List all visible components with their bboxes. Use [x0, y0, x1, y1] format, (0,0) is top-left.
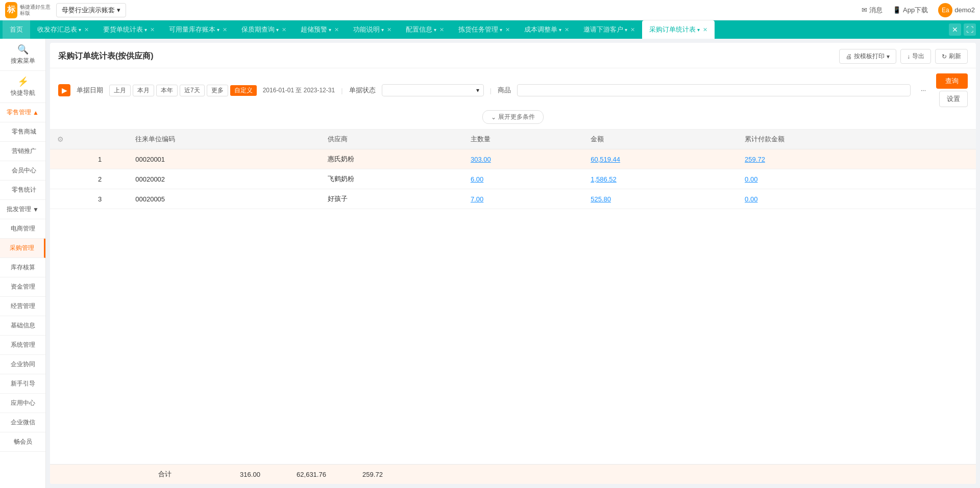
- query-button[interactable]: 查询: [936, 73, 968, 89]
- goods-label: 商品: [498, 86, 511, 95]
- app-download-btn[interactable]: 📱 App下载: [893, 6, 928, 15]
- tab-arrow: ▾: [144, 27, 147, 33]
- row-qty-cell[interactable]: 6.00: [464, 169, 584, 189]
- sidebar-item-inventory[interactable]: 库存核算: [0, 258, 45, 277]
- tab-pick-task[interactable]: 拣货任务管理 ▾ ✕: [451, 20, 517, 39]
- col-amount: 金额: [584, 130, 739, 149]
- sidebar: 🔍 搜索菜单 ⚡ 快捷导航 零售管理 ▲ 零售商城 营销推广 会员中心 零售统计…: [0, 39, 46, 488]
- tab-order-summary[interactable]: 要货单统计表 ▾ ✕: [96, 20, 162, 39]
- sidebar-item-system[interactable]: 系统管理: [0, 336, 45, 355]
- sidebar-item-operations[interactable]: 经营管理: [0, 297, 45, 316]
- sidebar-item-enterprise-wechat[interactable]: 企业微信: [0, 413, 45, 432]
- messages-btn[interactable]: ✉ 消息: [862, 6, 883, 15]
- row-amount-cell[interactable]: 60,519.44: [584, 149, 739, 169]
- date-this-month-btn[interactable]: 本月: [133, 85, 154, 96]
- close-icon[interactable]: ✕: [703, 27, 707, 33]
- close-icon[interactable]: ✕: [223, 27, 227, 33]
- sidebar-item-marketing[interactable]: 营销推广: [0, 142, 45, 161]
- tab-receive-summary[interactable]: 收发存汇总表 ▾ ✕: [30, 20, 96, 39]
- filter-area: ▶ 单据日期 上月 本月 本年 近7天 更多 自定义 2016-01-01 至 …: [50, 68, 976, 130]
- user-menu[interactable]: Ea demo2: [938, 3, 975, 17]
- messages-label: 消息: [869, 6, 883, 15]
- date-last-month-btn[interactable]: 上月: [109, 85, 131, 96]
- gear-icon[interactable]: ⚙: [57, 135, 64, 143]
- sidebar-label: 零售商城: [5, 127, 43, 136]
- tab-label: 超储预警: [301, 25, 327, 34]
- sidebar-item-wholesale[interactable]: 批发管理 ▼: [0, 200, 45, 219]
- sidebar-item-retail-mall[interactable]: 零售商城: [0, 122, 45, 142]
- row-qty-cell[interactable]: 7.00: [464, 189, 584, 209]
- sidebar-item-member[interactable]: 会员中心: [0, 161, 45, 181]
- tab-config-info[interactable]: 配置信息 ▾ ✕: [399, 20, 451, 39]
- row-qty-cell[interactable]: 303.00: [464, 149, 584, 169]
- sidebar-item-basic-info[interactable]: 基础信息: [0, 316, 45, 336]
- table-row: 3 00020005 好孩子 7.00 525.80 0.00: [50, 189, 976, 209]
- tab-purchase-summary[interactable]: 采购订单统计表 ▾ ✕: [642, 20, 715, 39]
- close-icon[interactable]: ✕: [150, 27, 155, 33]
- sidebar-item-new-guide[interactable]: 新手引导: [0, 374, 45, 394]
- row-paid-amount-cell[interactable]: 0.00: [739, 189, 930, 209]
- goods-input[interactable]: [517, 84, 911, 96]
- sidebar-item-search[interactable]: 🔍 搜索菜单: [0, 39, 45, 71]
- tab-invite-downstream[interactable]: 邀请下游客户 ▾ ✕: [576, 20, 642, 39]
- sidebar-item-retail-stat[interactable]: 零售统计: [0, 181, 45, 200]
- tab-arrow: ▾: [697, 27, 700, 33]
- expand-more-btn[interactable]: ⌄ 展开更多条件: [482, 110, 544, 124]
- table-row: 2 00020002 飞鹤奶粉 6.00 1,586.52 0.00: [50, 169, 976, 189]
- tab-function-desc[interactable]: 功能说明 ▾ ✕: [346, 20, 399, 39]
- goods-more-btn[interactable]: ···: [917, 85, 930, 95]
- tab-usable-stock[interactable]: 可用量库存账本 ▾ ✕: [162, 20, 234, 39]
- fullscreen-btn[interactable]: ⛶: [964, 23, 976, 36]
- close-all-tabs-btn[interactable]: ✕: [949, 23, 961, 36]
- sidebar-label: 电商管理: [3, 224, 43, 233]
- sidebar-item-finance[interactable]: 资金管理: [0, 277, 45, 297]
- sidebar-item-purchase[interactable]: 采购管理: [0, 239, 45, 258]
- tab-overstock[interactable]: 超储预警 ▾ ✕: [293, 20, 346, 39]
- refresh-button[interactable]: ↻ 刷新: [935, 49, 968, 64]
- sidebar-item-enterprise-collab[interactable]: 企业协同: [0, 355, 45, 374]
- close-icon[interactable]: ✕: [505, 27, 510, 33]
- workspace-selector[interactable]: 母婴行业演示账套 ▾: [56, 3, 126, 17]
- col-supplier-code: 往来单位编码: [129, 130, 321, 149]
- date-7days-btn[interactable]: 近7天: [180, 85, 205, 96]
- sidebar-item-retail[interactable]: 零售管理 ▲: [0, 103, 45, 122]
- chevron-down-icon: ▾: [887, 53, 890, 60]
- close-icon[interactable]: ✕: [84, 27, 89, 33]
- status-select[interactable]: ▾: [382, 84, 484, 96]
- row-paid-amount-cell[interactable]: 0.00: [739, 169, 930, 189]
- tab-home[interactable]: 首页: [3, 20, 30, 39]
- close-icon[interactable]: ✕: [282, 27, 286, 33]
- settings-button[interactable]: 设置: [939, 91, 968, 107]
- date-this-year-btn[interactable]: 本年: [156, 85, 178, 96]
- sidebar-label: 快捷导航: [3, 89, 43, 97]
- row-paid-amount-cell[interactable]: 259.72: [739, 149, 930, 169]
- tab-quality-query[interactable]: 保质期查询 ▾ ✕: [234, 20, 293, 39]
- print-button[interactable]: 🖨 按模板打印 ▾: [839, 49, 896, 64]
- workspace-label: 母婴行业演示账套: [62, 6, 115, 15]
- logo-area: 标 畅捷通好生意 标版: [5, 2, 51, 18]
- expand-row: ⌄ 展开更多条件: [58, 107, 968, 124]
- close-icon[interactable]: ✕: [565, 27, 569, 33]
- sidebar-label: 搜索菜单: [3, 57, 43, 65]
- export-button[interactable]: ↓ 导出: [900, 49, 931, 64]
- shortcut-icon: ⚡: [3, 76, 43, 87]
- sidebar-item-ecommerce[interactable]: 电商管理: [0, 219, 45, 239]
- data-table: ⚙ 往来单位编码 供应商 主数量 金额 累计付款金额: [50, 130, 976, 209]
- close-icon[interactable]: ✕: [439, 27, 444, 33]
- row-amount-cell[interactable]: 1,586.52: [584, 169, 739, 189]
- date-more-btn[interactable]: 更多: [207, 85, 228, 96]
- close-icon[interactable]: ✕: [334, 27, 339, 33]
- tab-arrow: ▾: [276, 27, 279, 33]
- export-label: 导出: [912, 52, 924, 61]
- filter-toggle-btn[interactable]: ▶: [58, 84, 70, 96]
- sidebar-item-shortcut[interactable]: ⚡ 快捷导航: [0, 71, 45, 103]
- close-icon[interactable]: ✕: [630, 27, 635, 33]
- row-num-cell: 3: [70, 189, 129, 209]
- sidebar-item-app-center[interactable]: 应用中心: [0, 394, 45, 413]
- sidebar-item-vip[interactable]: 畅会员: [0, 432, 45, 452]
- separator: |: [341, 87, 342, 94]
- close-icon[interactable]: ✕: [387, 27, 391, 33]
- row-amount-cell[interactable]: 525.80: [584, 189, 739, 209]
- tab-cost-adjust[interactable]: 成本调整单 ▾ ✕: [517, 20, 576, 39]
- logo-text: 畅捷通好生意 标版: [20, 4, 51, 16]
